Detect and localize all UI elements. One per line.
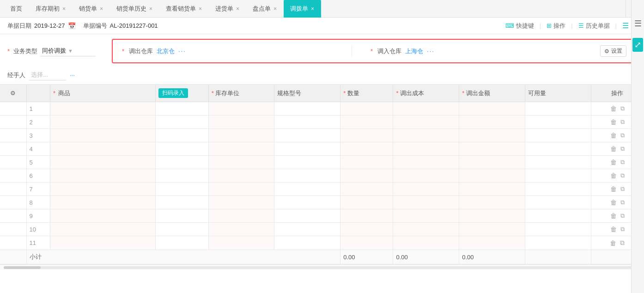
cell-goods-2[interactable]	[50, 116, 156, 129]
tab-sales-order[interactable]: 销货单 ×	[73, 0, 110, 18]
shortcut-btn[interactable]: ⌨ 快捷键	[505, 22, 534, 30]
cell-spec-3[interactable]	[274, 129, 340, 142]
cell-amount-7[interactable]	[459, 183, 525, 196]
cell-goods-7[interactable]	[50, 183, 156, 196]
cell-unit-5[interactable]	[208, 156, 274, 169]
cell-spec-4[interactable]	[274, 142, 340, 156]
cell-cost-6[interactable]	[393, 169, 459, 183]
cell-qty-5[interactable]	[340, 156, 393, 169]
tab-sales-history-close[interactable]: ×	[149, 6, 152, 12]
cell-unit-9[interactable]	[208, 209, 274, 223]
cell-spec-7[interactable]	[274, 183, 340, 196]
cell-amount-5[interactable]	[459, 156, 525, 169]
cell-goods-11[interactable]	[50, 236, 156, 250]
cell-goods-5[interactable]	[50, 156, 156, 169]
cell-unit-8[interactable]	[208, 196, 274, 209]
cell-unit-4[interactable]	[208, 142, 274, 156]
cell-cost-7[interactable]	[393, 183, 459, 196]
cell-cost-4[interactable]	[393, 142, 459, 156]
cell-qty-8[interactable]	[340, 196, 393, 209]
cell-qty-10[interactable]	[340, 223, 393, 236]
biz-type-select[interactable]: 同价调拨 ▼	[40, 46, 96, 56]
tab-purchase-order-close[interactable]: ×	[236, 6, 239, 12]
cell-unit-10[interactable]	[208, 223, 274, 236]
cell-spec-1[interactable]	[274, 102, 340, 116]
handler-more-icon[interactable]: ···	[70, 72, 75, 79]
copy-icon-6[interactable]: ⧉	[620, 172, 625, 179]
cell-cost-10[interactable]	[393, 223, 459, 236]
cell-cost-9[interactable]	[393, 209, 459, 223]
cell-cost-3[interactable]	[393, 129, 459, 142]
tab-inventory-count[interactable]: 盘点单 ×	[246, 0, 284, 18]
cell-spec-10[interactable]	[274, 223, 340, 236]
cell-amount-9[interactable]	[459, 209, 525, 223]
tab-sales-order-close[interactable]: ×	[100, 6, 103, 12]
cell-cost-1[interactable]	[393, 102, 459, 116]
cell-unit-11[interactable]	[208, 236, 274, 250]
cell-amount-4[interactable]	[459, 142, 525, 156]
delete-icon-2[interactable]: 🗑	[610, 118, 617, 126]
cell-unit-6[interactable]	[208, 169, 274, 183]
cell-qty-1[interactable]	[340, 102, 393, 116]
gear-settings-icon[interactable]: ⚙	[10, 90, 16, 97]
cell-cost-2[interactable]	[393, 116, 459, 129]
cell-qty-7[interactable]	[340, 183, 393, 196]
cell-goods-1[interactable]	[50, 102, 156, 116]
cell-cost-5[interactable]	[393, 156, 459, 169]
cell-spec-2[interactable]	[274, 116, 340, 129]
copy-icon-10[interactable]: ⧉	[620, 226, 625, 233]
calendar-icon[interactable]: 📅	[68, 22, 76, 30]
cell-goods-8[interactable]	[50, 196, 156, 209]
date-value[interactable]: 2019-12-27	[34, 22, 65, 29]
cell-spec-6[interactable]	[274, 169, 340, 183]
cell-goods-4[interactable]	[50, 142, 156, 156]
delete-icon-5[interactable]: 🗑	[610, 159, 617, 166]
cell-qty-3[interactable]	[340, 129, 393, 142]
scan-btn[interactable]: 扫码录入	[158, 88, 188, 98]
history-btn[interactable]: ☰ 历史单据	[578, 22, 610, 30]
cell-amount-8[interactable]	[459, 196, 525, 209]
tab-transfer-order-close[interactable]: ×	[311, 6, 314, 12]
cell-unit-1[interactable]	[208, 102, 274, 116]
operations-btn[interactable]: ⊞ 操作	[547, 22, 565, 30]
sidebar-list-icon[interactable]: ☰	[634, 18, 642, 29]
delete-icon-1[interactable]: 🗑	[610, 105, 617, 112]
cell-unit-2[interactable]	[208, 116, 274, 129]
cell-spec-11[interactable]	[274, 236, 340, 250]
out-warehouse-more-icon[interactable]: ···	[178, 48, 186, 55]
tab-transfer-order[interactable]: 调拨单 ×	[284, 0, 321, 18]
cell-amount-3[interactable]	[459, 129, 525, 142]
copy-icon-8[interactable]: ⧉	[620, 199, 625, 206]
bottom-scrollbar[interactable]	[0, 264, 644, 270]
cell-unit-7[interactable]	[208, 183, 274, 196]
delete-icon-9[interactable]: 🗑	[610, 212, 617, 220]
tab-view-sales-close[interactable]: ×	[199, 6, 202, 12]
tab-inventory-count-close[interactable]: ×	[273, 6, 277, 12]
cell-spec-8[interactable]	[274, 196, 340, 209]
cell-unit-3[interactable]	[208, 129, 274, 142]
cell-amount-2[interactable]	[459, 116, 525, 129]
tab-inventory-init-close[interactable]: ×	[62, 6, 66, 12]
tab-purchase-order[interactable]: 进货单 ×	[209, 0, 246, 18]
tab-home[interactable]: 首页	[4, 0, 29, 18]
copy-icon-11[interactable]: ⧉	[620, 239, 625, 247]
in-warehouse-more-icon[interactable]: ···	[427, 48, 435, 55]
tab-inventory-init[interactable]: 库存期初 ×	[29, 0, 73, 18]
in-warehouse-value[interactable]: 上海仓	[405, 47, 423, 55]
delete-icon-11[interactable]: 🗑	[610, 239, 616, 247]
copy-icon-2[interactable]: ⧉	[620, 118, 625, 126]
cell-cost-8[interactable]	[393, 196, 459, 209]
copy-icon-7[interactable]: ⧉	[620, 185, 625, 193]
delete-icon-3[interactable]: 🗑	[610, 132, 617, 139]
handler-input[interactable]: 选择...	[29, 70, 66, 80]
cell-amount-11[interactable]	[459, 236, 525, 250]
cell-goods-3[interactable]	[50, 129, 156, 142]
col-gear-header[interactable]: ⚙	[0, 85, 26, 102]
cell-qty-9[interactable]	[340, 209, 393, 223]
tab-view-sales[interactable]: 查看销货单 ×	[159, 0, 209, 18]
cell-qty-4[interactable]	[340, 142, 393, 156]
cell-goods-9[interactable]	[50, 209, 156, 223]
copy-icon-3[interactable]: ⧉	[620, 132, 625, 139]
cell-amount-1[interactable]	[459, 102, 525, 116]
copy-icon-4[interactable]: ⧉	[620, 145, 625, 153]
